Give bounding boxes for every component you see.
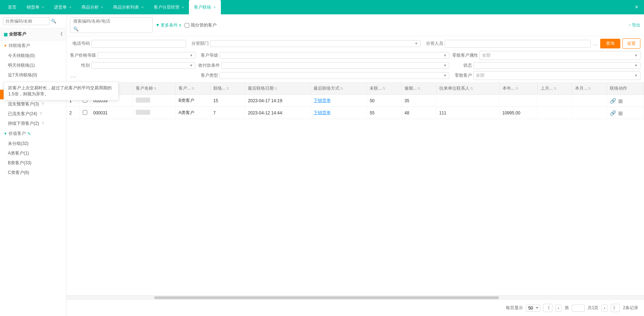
close-product-analysis-list-icon[interactable]: × <box>141 5 143 9</box>
sidebar-item-class-a[interactable]: A类客户(1) <box>0 148 66 158</box>
payment-dropdown[interactable]: ▼ <box>221 62 449 69</box>
nav-home[interactable]: 首页 <box>3 0 22 14</box>
row-2-grid-icon[interactable]: ▦ <box>618 110 623 116</box>
sidebar-search-area: 🔍 <box>0 14 66 28</box>
churn-warning-help-icon[interactable]: ? <box>42 102 44 106</box>
sidebar-item-churn-warning[interactable]: 流失预警客户(3) ? <box>0 99 66 109</box>
declining-help-icon[interactable]: ? <box>42 121 44 126</box>
setting-button[interactable]: 设置 <box>622 38 640 49</box>
sidebar-collapse-icon[interactable]: 《 <box>58 31 62 37</box>
th-last-month[interactable]: 上月...⇅ <box>537 82 572 95</box>
retail-attr-dropdown[interactable]: 全部 ▼ <box>479 51 640 60</box>
sidebar-item-class-b[interactable]: B类客户(33) <box>0 158 66 168</box>
th-contacts[interactable]: 往来单位联系人⇅ <box>436 82 499 95</box>
row-1-link-icon[interactable]: 🔗 <box>610 98 616 104</box>
row-2-link-icon[interactable]: 🔗 <box>610 110 616 116</box>
query-button[interactable]: 查询 <box>600 39 620 48</box>
next-page-button[interactable]: › <box>601 305 608 312</box>
sidebar-item-class-c[interactable]: C类客户(6) <box>0 168 66 178</box>
nav-customer-segment[interactable]: 客户分层经营 × <box>149 0 189 14</box>
retail-customer-dropdown[interactable]: 全部 ▼ <box>473 71 640 80</box>
retail-attr-arrow-icon: ▼ <box>634 53 638 57</box>
nav-sales-order[interactable]: 销货单 × <box>22 0 49 14</box>
close-sales-order-icon[interactable]: × <box>42 5 44 9</box>
scrollbar-thumb[interactable] <box>154 296 499 299</box>
th-name[interactable]: 客户名称⇅ <box>133 82 176 95</box>
more-conditions-button[interactable]: ▼ 更多条件 ∧ <box>156 22 182 28</box>
page-label: 第 <box>565 305 569 311</box>
last-page-button[interactable]: 》 <box>611 304 620 312</box>
sidebar-item-today[interactable]: 今天待联络(0) <box>0 51 66 61</box>
customer-type-dropdown[interactable]: ▼ <box>219 72 449 79</box>
th-overdue[interactable]: 逾期...⇅ <box>402 82 436 95</box>
sidebar-group-value[interactable]: ▼ 价值客户 ✎ <box>0 128 66 139</box>
window-close-button[interactable]: × <box>632 4 641 10</box>
row-1-grid-icon[interactable]: ▦ <box>618 98 623 104</box>
retail-customer-label: 零散客户 <box>452 72 472 79</box>
nav-purchase-order[interactable]: 进货单 × <box>49 0 76 14</box>
th-last-contact-date[interactable]: 最后联络日期⇅ <box>245 82 310 95</box>
total-records-label: 2条记录 <box>623 305 638 311</box>
close-purchase-order-icon[interactable]: × <box>69 5 71 9</box>
phone-input[interactable] <box>91 40 186 48</box>
prev-page-button[interactable]: ‹ <box>555 305 562 312</box>
main-search-input[interactable] <box>73 19 142 24</box>
payment-arrow-icon: ▼ <box>443 63 447 67</box>
churned-help-icon[interactable]: ? <box>40 112 42 116</box>
more-filter-dots[interactable]: … <box>70 72 77 79</box>
th-customer-class[interactable]: 客户...⇅ <box>176 82 210 95</box>
gender-dropdown[interactable]: ▼ <box>91 62 195 69</box>
th-actions: 联络动作 <box>607 82 644 95</box>
filter-icon: ▼ <box>156 23 160 28</box>
sidebar-group-pending[interactable]: ▼ 待联络客户 <box>0 41 66 51</box>
td-check-2[interactable] <box>79 107 90 119</box>
page-number-input[interactable]: 1 <box>572 305 585 312</box>
nav-customer-contact[interactable]: 客户联络 × <box>189 0 221 14</box>
department-field: 分管部门 ▼ <box>189 40 421 47</box>
th-contact-count[interactable]: 联络...⇅ <box>210 82 245 95</box>
td-count-2: 7 <box>210 107 245 119</box>
sidebar-item-unclassified[interactable]: 未分组(32) <box>0 139 66 148</box>
horizontal-scrollbar[interactable] <box>66 295 644 300</box>
value-group-arrow-icon: ▼ <box>4 132 7 136</box>
th-last-contact-method[interactable]: 最后联络方式⇅ <box>310 82 367 95</box>
main-search-box: 🔍 <box>70 17 153 33</box>
sidebar-item-tomorrow[interactable]: 明天待联络(1) <box>0 61 66 70</box>
th-this-year[interactable]: 本年...⇅ <box>499 82 537 95</box>
my-customers-check-input[interactable] <box>185 23 189 28</box>
nav-product-analysis[interactable]: 商品分析 × <box>77 0 108 14</box>
department-dropdown[interactable]: ▼ <box>210 40 421 47</box>
price-level-dropdown[interactable]: ▼ <box>97 52 195 59</box>
td-method-1[interactable]: 下销货单 <box>310 95 367 107</box>
close-product-analysis-icon[interactable]: × <box>101 5 103 9</box>
close-customer-segment-icon[interactable]: × <box>182 5 184 9</box>
page-size-select[interactable]: 50 <box>526 305 540 312</box>
content-area: 🔍 ▼ 更多条件 ∧ 我分管的客户 ↑ 导出 电话号码 <box>66 14 644 316</box>
main-search-icon[interactable]: 🔍 <box>73 27 79 32</box>
close-customer-contact-icon[interactable]: × <box>213 5 216 9</box>
sidebar-search-icon[interactable]: 🔍 <box>51 19 56 24</box>
sidebar-item-churned[interactable]: 已流失客户(24) ? <box>0 109 66 119</box>
retail-customer-arrow-icon: ▼ <box>634 74 638 77</box>
value-group-edit-icon[interactable]: ✎ <box>27 131 31 136</box>
first-page-button[interactable]: 《 <box>543 304 552 312</box>
export-button[interactable]: ↑ 导出 <box>629 22 640 28</box>
customer-level-dropdown[interactable]: ▼ <box>219 52 449 59</box>
status-dropdown[interactable]: ▼ <box>473 62 640 69</box>
manager-input[interactable] <box>445 40 591 48</box>
row-2-checkbox[interactable] <box>83 110 87 115</box>
td-method-2[interactable]: 下销货单 <box>310 107 367 119</box>
sidebar-all-customers[interactable]: ▦ 全部客户 《 <box>0 28 66 41</box>
manager-more-icon[interactable]: … <box>593 41 597 46</box>
my-customers-checkbox[interactable]: 我分管的客户 <box>185 22 217 28</box>
nav-product-analysis-list[interactable]: 商品分析列表 × <box>108 0 148 14</box>
sidebar-item-7days[interactable]: 近7天待联络(0) <box>0 70 66 80</box>
department-dropdown-arrow-icon: ▼ <box>414 42 418 46</box>
last-date-sort-icon: ⇅ <box>274 86 277 90</box>
customers-icon: ▦ <box>4 32 8 37</box>
th-this-month[interactable]: 本月...⇅ <box>572 82 607 95</box>
sidebar-item-declining[interactable]: 持续下滑客户(2) ? <box>0 119 66 128</box>
this-month-sort-icon: ⇅ <box>588 86 591 90</box>
sidebar-search-input[interactable] <box>3 17 50 25</box>
th-uncontacted[interactable]: 未联...⇅ <box>367 82 402 95</box>
